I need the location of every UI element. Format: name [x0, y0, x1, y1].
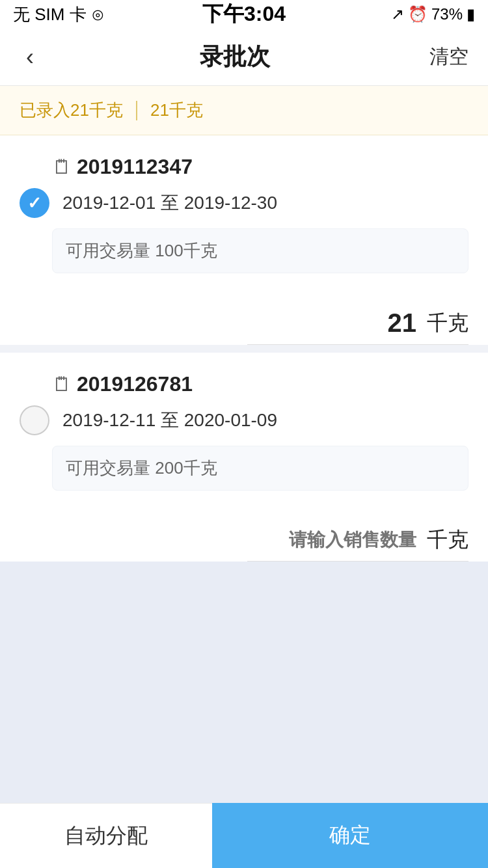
batch-card-2: 🗒 2019126781 2019-12-11 至 2020-01-09 可用交… [0, 353, 488, 562]
sim-label: 无 SIM 卡 ⊙ [13, 3, 105, 26]
recorded-qty: 已录入21千克 [20, 99, 123, 122]
batch-item-1: 🗒 2019112347 2019-12-01 至 2019-12-30 可用交… [0, 135, 488, 293]
status-time: 下午3:04 [202, 0, 286, 29]
amount-input-2[interactable] [181, 530, 416, 550]
amount-input-1[interactable] [75, 308, 416, 338]
batch-date-row-2: 2019-12-11 至 2020-01-09 [20, 405, 468, 435]
amount-row-1: 千克 [0, 293, 488, 338]
batch-header-2: 🗒 2019126781 [20, 372, 468, 396]
amount-row-2: 千克 [0, 510, 488, 554]
batch-date-2: 2019-12-11 至 2020-01-09 [62, 408, 277, 433]
battery-icon: ▮ [467, 5, 475, 23]
location-icon: ↗ [391, 5, 404, 23]
batch-item-2: 🗒 2019126781 2019-12-11 至 2020-01-09 可用交… [0, 353, 488, 510]
status-bar: 无 SIM 卡 ⊙ 下午3:04 ↗ ⏰ 73% ▮ [0, 0, 488, 29]
nav-bar: ‹ 录批次 清空 [0, 29, 488, 86]
total-qty: 21千克 [150, 99, 203, 122]
status-left: 无 SIM 卡 ⊙ [13, 3, 105, 26]
batch-id-2: 2019126781 [77, 372, 193, 396]
clear-button[interactable]: 清空 [429, 44, 468, 70]
auto-distribute-button[interactable]: 自动分配 [0, 803, 212, 868]
available-qty-1: 可用交易量 100千克 [52, 228, 468, 273]
batch-header-1: 🗒 2019112347 [20, 155, 468, 179]
amount-unit-2: 千克 [427, 526, 468, 554]
batch-doc-icon-1: 🗒 [52, 156, 72, 178]
bottom-area [0, 562, 488, 822]
batch-doc-icon-2: 🗒 [52, 373, 72, 396]
info-banner: 已录入21千克 21千克 [0, 86, 488, 135]
page-title: 录批次 [200, 41, 270, 73]
status-right: ↗ ⏰ 73% ▮ [391, 5, 475, 23]
amount-unit-1: 千克 [427, 309, 468, 338]
section-divider [0, 345, 488, 353]
radio-1[interactable] [20, 188, 49, 218]
batch-card-1: 🗒 2019112347 2019-12-01 至 2019-12-30 可用交… [0, 135, 488, 345]
radio-2[interactable] [20, 405, 49, 435]
available-qty-2: 可用交易量 200千克 [52, 446, 468, 491]
banner-divider [136, 101, 137, 120]
confirm-button[interactable]: 确定 [212, 803, 488, 868]
batch-date-1: 2019-12-01 至 2019-12-30 [62, 191, 277, 215]
batch-date-row-1: 2019-12-01 至 2019-12-30 [20, 188, 468, 218]
alarm-icon: ⏰ [408, 5, 427, 23]
batch-id-1: 2019112347 [77, 155, 193, 179]
battery-label: 73% [431, 5, 463, 23]
back-button[interactable]: ‹ [20, 37, 40, 77]
bottom-buttons: 自动分配 确定 [0, 803, 488, 868]
